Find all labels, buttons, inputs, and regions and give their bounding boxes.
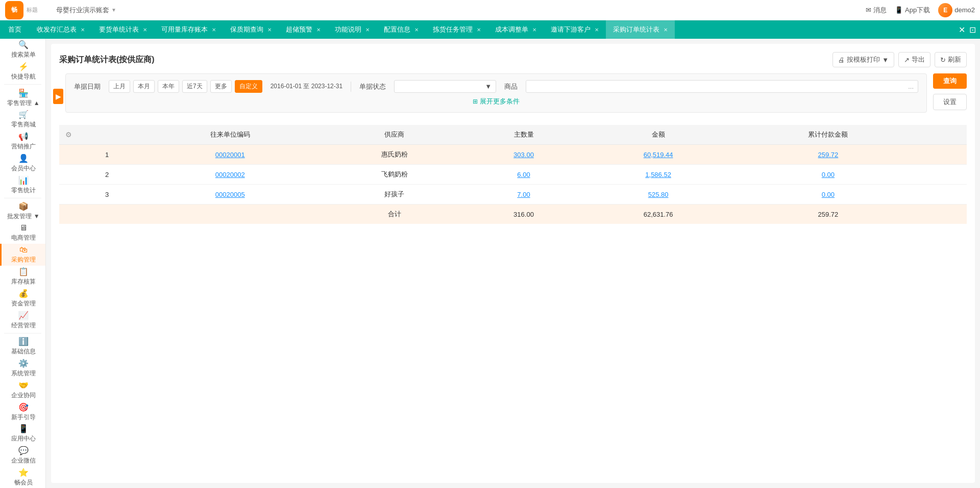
print-button[interactable]: 🖨 按模板打印 ▼ (832, 52, 894, 67)
tab-overstock[interactable]: 超储预警 ✕ (279, 20, 328, 39)
row-supplier: 好孩子 (324, 185, 464, 204)
tab-invite-close[interactable]: ✕ (595, 27, 599, 33)
tab-purchase[interactable]: 采购订单统计表 ✕ (606, 20, 675, 39)
sidebar-item-member[interactable]: 👤 会员中心 (0, 152, 45, 174)
date-this-year-button[interactable]: 本年 (158, 80, 179, 93)
wholesale-icon: 📦 (18, 201, 29, 211)
date-7days-button[interactable]: 近7天 (182, 80, 207, 93)
row-main-qty[interactable]: 303.00 (465, 145, 583, 165)
sidebar-item-guide[interactable]: 🎯 新手引导 (0, 401, 45, 423)
row-main-qty[interactable]: 6.00 (465, 165, 583, 185)
sidebar-basic-label: 基础信息 (11, 347, 36, 356)
sidebar-item-search[interactable]: 🔍 搜索菜单 (0, 39, 45, 61)
window-close-icon[interactable]: ✕ (959, 25, 965, 35)
sidebar-item-finance[interactable]: 💰 资金管理 (0, 288, 45, 310)
download-button[interactable]: 📱 App下载 (895, 6, 930, 15)
tab-expiry-close[interactable]: ✕ (267, 27, 272, 33)
expand-label: 展开更多条件 (480, 97, 520, 106)
message-button[interactable]: ✉ 消息 (866, 6, 887, 15)
row-amount[interactable]: 525.80 (582, 185, 733, 204)
tab-invite[interactable]: 邀请下游客户 ✕ (544, 20, 606, 39)
tab-home[interactable]: 首页 (0, 20, 30, 39)
column-settings-icon[interactable]: ⚙ (65, 131, 72, 139)
refresh-button[interactable]: ↻ 刷新 (935, 52, 967, 67)
table-row: 3 00020005 好孩子 7.00 525.80 0.00 (59, 185, 967, 204)
sidebar-item-marketing[interactable]: 📢 营销推广 (0, 131, 45, 152)
tab-cost-close[interactable]: ✕ (532, 27, 536, 33)
row-supplier-code[interactable]: 00020005 (136, 185, 324, 204)
refresh-label: 刷新 (948, 55, 961, 64)
sidebar-item-purchase[interactable]: 🛍 采购管理 (0, 244, 45, 266)
row-supplier-code[interactable]: 00020002 (136, 165, 324, 185)
sidebar-item-retail-stats[interactable]: 📊 零售统计 (0, 174, 45, 196)
tab-function[interactable]: 功能说明 ✕ (328, 20, 377, 39)
tab-cost[interactable]: 成本调整单 ✕ (488, 20, 544, 39)
export-button[interactable]: ↗ 导出 (898, 52, 930, 67)
settings-button[interactable]: 设置 (933, 94, 967, 110)
expand-more-button[interactable]: ⊞ 展开更多条件 (473, 97, 520, 106)
download-label: App下载 (905, 6, 930, 15)
tab-picking[interactable]: 拣货任务管理 ✕ (426, 20, 488, 39)
row-amount[interactable]: 60,519.44 (582, 145, 733, 165)
tab-config[interactable]: 配置信息 ✕ (377, 20, 426, 39)
row-supplier-code[interactable]: 00020001 (136, 145, 324, 165)
date-custom-button[interactable]: 自定义 (235, 80, 262, 93)
sidebar-vip-label: 畅会员 (14, 478, 33, 487)
tab-requisition-close[interactable]: ✕ (143, 27, 147, 33)
query-button[interactable]: 查询 (933, 73, 967, 89)
sidebar-item-system[interactable]: ⚙️ 系统管理 (0, 357, 45, 379)
sidebar-item-enterprise[interactable]: 🤝 企业协同 (0, 379, 45, 401)
tab-overstock-close[interactable]: ✕ (316, 27, 321, 33)
tab-function-close[interactable]: ✕ (365, 27, 370, 33)
row-paid-amount[interactable]: 259.72 (734, 145, 922, 165)
sidebar-wechat-label: 企业微信 (11, 456, 36, 465)
sidebar-item-ecommerce[interactable]: 🖥 电商管理 (0, 222, 45, 244)
tab-config-label: 配置信息 (384, 25, 410, 34)
tab-expiry[interactable]: 保质期查询 ✕ (223, 20, 279, 39)
row-amount[interactable]: 1,586.52 (582, 165, 733, 185)
sidebar-item-quicknav[interactable]: ⚡ 快捷导航 (0, 61, 45, 83)
date-this-month-button[interactable]: 本月 (133, 80, 155, 93)
status-select[interactable]: ▼ (394, 80, 496, 93)
vip-icon: ⭐ (18, 468, 29, 477)
ecommerce-icon: 🖥 (19, 223, 28, 233)
row-settings-cell (59, 185, 78, 204)
goods-input-ellipsis[interactable]: ... (904, 81, 918, 92)
sidebar-item-wechat[interactable]: 💬 企业微信 (0, 445, 45, 467)
date-more-button[interactable]: 更多 (210, 80, 232, 93)
sidebar-item-retail[interactable]: 🏪 零售管理 ▲ (0, 87, 45, 109)
logo-label: 标题 (27, 6, 38, 14)
row-paid-amount[interactable]: 0.00 (734, 165, 922, 185)
tab-purchase-close[interactable]: ✕ (664, 27, 668, 33)
date-last-month-button[interactable]: 上月 (109, 80, 130, 93)
print-icon: 🖨 (838, 56, 845, 64)
sidebar-item-basic[interactable]: ℹ️ 基础信息 (0, 336, 45, 357)
row-main-qty[interactable]: 7.00 (465, 185, 583, 204)
finance-icon: 💰 (18, 289, 29, 298)
sidebar-item-retail-shop[interactable]: 🛒 零售商城 (0, 109, 45, 131)
sidebar-marketing-label: 营销推广 (11, 142, 36, 151)
footer-paid: 259.72 (734, 204, 922, 224)
tab-requisition[interactable]: 要货单统计表 ✕ (92, 20, 154, 39)
filter-toggle-button[interactable]: ▶ (53, 89, 63, 104)
tab-receive-close[interactable]: ✕ (81, 27, 85, 33)
tab-config-close[interactable]: ✕ (414, 27, 419, 33)
tab-stock[interactable]: 可用量库存账本 ✕ (154, 20, 223, 39)
workspace-select[interactable]: 母婴行业演示账套 ▼ (56, 6, 116, 15)
sidebar-guide-label: 新手引导 (11, 413, 36, 422)
sidebar-item-wholesale[interactable]: 📦 批发管理 ▼ (0, 200, 45, 222)
sidebar-divider-1 (4, 84, 41, 85)
sidebar-item-vip[interactable]: ⭐ 畅会员 (0, 466, 45, 488)
sidebar-search-label: 搜索菜单 (11, 50, 36, 59)
table-row: 2 00020002 飞鹤奶粉 6.00 1,586.52 0.00 (59, 165, 967, 185)
window-restore-icon[interactable]: ⊡ (969, 25, 976, 35)
goods-input[interactable] (526, 81, 904, 92)
tab-stock-close[interactable]: ✕ (212, 27, 216, 33)
tab-picking-close[interactable]: ✕ (477, 27, 481, 33)
sidebar-item-operations[interactable]: 📈 经营管理 (0, 309, 45, 331)
sidebar-item-appstore[interactable]: 📱 应用中心 (0, 423, 45, 445)
sidebar-item-inventory[interactable]: 📋 库存核算 (0, 266, 45, 288)
tab-receive[interactable]: 收发存汇总表 ✕ (30, 20, 92, 39)
row-paid-amount[interactable]: 0.00 (734, 185, 922, 204)
user-button[interactable]: E demo2 (938, 3, 975, 17)
